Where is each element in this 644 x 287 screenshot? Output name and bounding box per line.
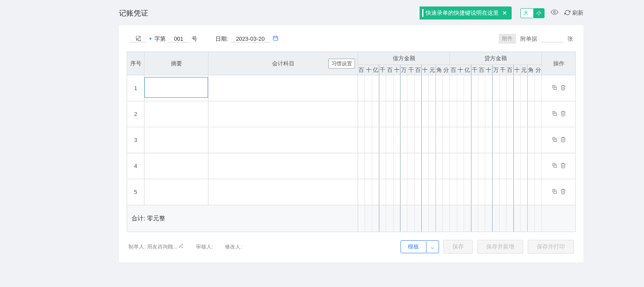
summary-cell[interactable]: [144, 179, 208, 205]
digit-cell[interactable]: [386, 153, 393, 179]
refresh-button[interactable]: 刷新: [564, 9, 583, 17]
delete-icon[interactable]: [560, 85, 566, 92]
digit-cell[interactable]: [358, 127, 365, 153]
edit-icon[interactable]: [179, 244, 184, 250]
digit-cell[interactable]: [436, 127, 442, 153]
digit-cell[interactable]: [464, 127, 471, 153]
voucher-type-input[interactable]: [129, 35, 147, 42]
digit-cell[interactable]: [386, 101, 393, 127]
digit-cell[interactable]: [528, 179, 535, 205]
digit-cell[interactable]: [450, 101, 457, 127]
digit-cell[interactable]: [499, 179, 506, 205]
digit-cell[interactable]: [393, 101, 400, 127]
delete-icon[interactable]: [560, 189, 566, 196]
digit-cell[interactable]: [499, 127, 506, 153]
attachment-button[interactable]: 附件: [499, 34, 516, 44]
digit-cell[interactable]: [492, 101, 499, 127]
digit-cell[interactable]: [365, 179, 372, 205]
delete-icon[interactable]: [560, 137, 566, 144]
digit-cell[interactable]: [535, 179, 541, 205]
digit-cell[interactable]: [513, 179, 520, 205]
digit-cell[interactable]: [365, 153, 372, 179]
digit-cell[interactable]: [393, 153, 400, 179]
digit-cell[interactable]: [400, 75, 407, 101]
subject-cell[interactable]: [208, 75, 358, 101]
digit-cell[interactable]: [393, 179, 400, 205]
digit-cell[interactable]: [499, 153, 506, 179]
digit-cell[interactable]: [485, 127, 492, 153]
digit-cell[interactable]: [443, 179, 450, 205]
digit-cell[interactable]: [358, 75, 365, 101]
digit-cell[interactable]: [436, 101, 442, 127]
digit-cell[interactable]: [513, 153, 520, 179]
digit-cell[interactable]: [372, 101, 379, 127]
digit-cell[interactable]: [358, 179, 365, 205]
save-and-print-button[interactable]: 保存并打印: [528, 240, 574, 254]
digit-cell[interactable]: [372, 127, 379, 153]
digit-cell[interactable]: [513, 127, 520, 153]
digit-cell[interactable]: [478, 153, 485, 179]
digit-cell[interactable]: [464, 75, 471, 101]
digit-cell[interactable]: [429, 153, 436, 179]
digit-cell[interactable]: [365, 127, 372, 153]
digit-cell[interactable]: [422, 75, 429, 101]
copy-icon[interactable]: [551, 189, 557, 196]
digit-cell[interactable]: [414, 75, 421, 101]
chevron-down-icon[interactable]: ▾: [149, 36, 152, 42]
digit-cell[interactable]: [506, 75, 513, 101]
summary-cell[interactable]: [144, 75, 208, 101]
copy-icon[interactable]: [551, 85, 557, 92]
digit-cell[interactable]: [520, 101, 527, 127]
digit-cell[interactable]: [528, 153, 535, 179]
digit-cell[interactable]: [464, 153, 471, 179]
summary-cell[interactable]: [144, 127, 208, 153]
copy-icon[interactable]: [551, 137, 557, 144]
size-big-button[interactable]: 大: [520, 8, 534, 18]
digit-cell[interactable]: [528, 127, 535, 153]
copy-icon[interactable]: [551, 163, 557, 170]
habit-settings-button[interactable]: 习惯设置: [328, 58, 355, 68]
summary-cell[interactable]: [144, 101, 208, 127]
digit-cell[interactable]: [535, 127, 541, 153]
attach-count-input[interactable]: [541, 35, 563, 42]
digit-cell[interactable]: [506, 179, 513, 205]
digit-cell[interactable]: [457, 101, 464, 127]
digit-cell[interactable]: [379, 179, 386, 205]
digit-cell[interactable]: [414, 153, 421, 179]
voucher-no-input[interactable]: [168, 35, 189, 42]
view-icon[interactable]: [549, 6, 560, 19]
digit-cell[interactable]: [464, 179, 471, 205]
subject-cell[interactable]: [208, 101, 358, 127]
digit-cell[interactable]: [379, 127, 386, 153]
digit-cell[interactable]: [414, 179, 421, 205]
digit-cell[interactable]: [457, 179, 464, 205]
digit-cell[interactable]: [400, 127, 407, 153]
delete-icon[interactable]: [560, 163, 566, 170]
digit-cell[interactable]: [436, 153, 442, 179]
template-button[interactable]: 模板 ⌵: [400, 240, 439, 253]
digit-cell[interactable]: [535, 153, 541, 179]
digit-cell[interactable]: [520, 75, 527, 101]
digit-cell[interactable]: [400, 179, 407, 205]
digit-cell[interactable]: [407, 153, 414, 179]
digit-cell[interactable]: [457, 75, 464, 101]
digit-cell[interactable]: [485, 153, 492, 179]
digit-cell[interactable]: [407, 179, 414, 205]
digit-cell[interactable]: [422, 101, 429, 127]
digit-cell[interactable]: [520, 179, 527, 205]
digit-cell[interactable]: [471, 179, 478, 205]
digit-cell[interactable]: [365, 101, 372, 127]
digit-cell[interactable]: [485, 179, 492, 205]
summary-input[interactable]: [144, 77, 208, 98]
digit-cell[interactable]: [528, 101, 535, 127]
size-small-button[interactable]: 小: [533, 8, 545, 18]
subject-cell[interactable]: [208, 153, 358, 179]
digit-cell[interactable]: [513, 101, 520, 127]
date-input[interactable]: [231, 35, 270, 42]
digit-cell[interactable]: [443, 101, 450, 127]
digit-cell[interactable]: [485, 75, 492, 101]
digit-cell[interactable]: [393, 127, 400, 153]
digit-cell[interactable]: [386, 75, 393, 101]
digit-cell[interactable]: [520, 153, 527, 179]
digit-cell[interactable]: [499, 101, 506, 127]
